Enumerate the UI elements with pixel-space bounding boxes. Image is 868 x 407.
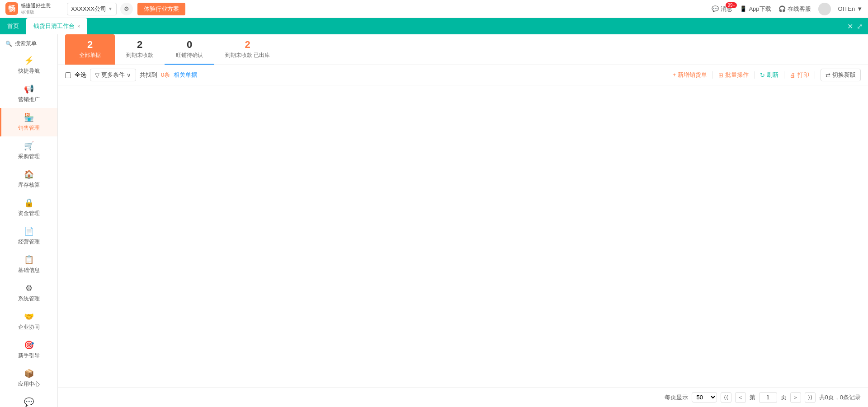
sidebar-item-guide[interactable]: 🎯 新手引导 <box>0 336 57 364</box>
sidebar-item-basic-info-label: 基础信息 <box>18 267 40 274</box>
purchase-icon: 🛒 <box>24 141 34 151</box>
refresh-icon: ↻ <box>760 72 765 79</box>
sidebar-item-sales[interactable]: 🏪 销售管理 <box>0 108 57 136</box>
filter-icon: ▽ <box>95 72 99 79</box>
top-bar-right: 💬 消息 99+ 📱 App下载 🎧 在线客服 OfTEn ▼ <box>712 3 863 15</box>
guide-icon: 🎯 <box>24 340 34 350</box>
found-count: 0条 <box>161 71 170 79</box>
app-center-icon: 📦 <box>24 369 34 379</box>
sidebar-item-basic-info[interactable]: 📋 基础信息 <box>0 250 57 279</box>
wechat-icon: 💬 <box>24 397 34 407</box>
stat-tab-pending[interactable]: 0 旺铺待确认 <box>165 34 214 65</box>
search-icon: 🔍 <box>5 41 12 47</box>
online-service-button[interactable]: 🎧 在线客服 <box>778 5 811 13</box>
sidebar-item-inventory[interactable]: 🏠 库存核算 <box>0 165 57 193</box>
total-label: 共0页，0条记录 <box>819 393 861 402</box>
related-link[interactable]: 相关单据 <box>174 71 197 79</box>
cooperation-icon: 🤝 <box>24 312 34 322</box>
company-selector[interactable]: XXXXXX公司 ▼ <box>67 3 117 15</box>
refresh-label: 刷新 <box>767 71 778 79</box>
finance-icon: 🔒 <box>24 198 34 208</box>
online-service-label: 在线客服 <box>788 5 811 13</box>
stat-label-all: 全部单据 <box>79 51 101 59</box>
tab-current[interactable]: 钱货日清工作台 × <box>26 18 87 34</box>
new-sales-order-button[interactable]: + 新增销货单 <box>673 71 707 79</box>
sidebar-item-sales-label: 销售管理 <box>18 124 40 132</box>
logo-text: 畅捷通好生意 <box>21 2 51 9</box>
refresh-button[interactable]: ↻ 刷新 <box>760 71 778 79</box>
sidebar-item-cooperation[interactable]: 🤝 企业协同 <box>0 307 57 336</box>
filter-arrow: ∨ <box>127 72 131 79</box>
sidebar-item-purchase-label: 采购管理 <box>18 153 40 160</box>
maximize-button[interactable]: ⤢ <box>857 22 863 31</box>
sidebar-item-guide-label: 新手引导 <box>18 352 40 360</box>
divider-4 <box>815 71 815 79</box>
first-page-button[interactable]: ⟨⟨ <box>721 392 731 403</box>
select-all-checkbox[interactable] <box>65 72 71 78</box>
batch-operation-button[interactable]: ⊞ 批量操作 <box>718 71 749 79</box>
page-number-input[interactable] <box>759 392 777 403</box>
sidebar-search-label: 搜索菜单 <box>15 40 37 47</box>
settings-button[interactable]: ⚙ <box>120 3 133 15</box>
sidebar-search[interactable]: 🔍 搜索菜单 <box>0 36 57 51</box>
switch-new-version-button[interactable]: ⇄ 切换新版 <box>821 69 861 81</box>
company-dropdown-arrow: ▼ <box>108 6 113 11</box>
username-button[interactable]: OfTEn ▼ <box>838 5 863 12</box>
stats-tabs: 2 全部单据 2 到期未收款 0 旺铺待确认 2 到期未收款 已出库 <box>58 34 868 65</box>
stat-num-pending: 0 <box>187 39 192 51</box>
last-page-button[interactable]: ⟩⟩ <box>805 392 816 403</box>
per-page-select[interactable]: 10 20 50 100 <box>692 392 717 402</box>
online-service-icon: 🎧 <box>778 5 786 12</box>
sidebar-item-system[interactable]: ⚙ 系统管理 <box>0 279 57 307</box>
stat-num-all: 2 <box>87 39 93 51</box>
stat-tab-overdue[interactable]: 2 到期未收款 <box>115 34 165 65</box>
stat-label-pending: 旺铺待确认 <box>176 51 203 59</box>
main-layout: 🔍 搜索菜单 ⚡ 快捷导航 📢 营销推广 🏪 销售管理 🛒 采购管理 🏠 库存核… <box>0 34 868 407</box>
prev-page-button[interactable]: ＜ <box>735 392 746 403</box>
sidebar-item-purchase[interactable]: 🛒 采购管理 <box>0 136 57 165</box>
quick-nav-icon: ⚡ <box>24 56 34 65</box>
toolbar: 全选 ▽ 更多条件 ∨ 共找到 0条 相关单据 + 新增销货单 ⊞ 批量操作 ↻… <box>58 65 868 85</box>
message-button[interactable]: 💬 消息 99+ <box>712 5 732 13</box>
print-button[interactable]: 🖨 打印 <box>790 71 809 79</box>
username-text: OfTEn <box>838 5 855 12</box>
print-icon: 🖨 <box>790 72 796 79</box>
logo-sub: 标准版 <box>21 9 51 15</box>
sidebar-item-system-label: 系统管理 <box>18 295 40 303</box>
sidebar-item-quick-nav[interactable]: ⚡ 快捷导航 <box>0 51 57 80</box>
page-suffix: 页 <box>781 393 787 402</box>
divider-1 <box>712 71 713 79</box>
app-download-button[interactable]: 📱 App下载 <box>740 5 771 13</box>
trial-button[interactable]: 体验行业方案 <box>137 3 185 15</box>
tab-current-label: 钱货日清工作台 <box>33 22 75 30</box>
marketing-icon: 📢 <box>24 84 34 94</box>
avatar[interactable] <box>818 3 831 15</box>
tab-home[interactable]: 首页 <box>0 18 26 34</box>
sidebar-item-wechat[interactable]: 💬 企业微信 <box>0 393 57 407</box>
sidebar-item-cooperation-label: 企业协同 <box>18 323 40 331</box>
divider-3 <box>784 71 784 79</box>
table-area <box>58 85 868 387</box>
next-page-button[interactable]: ＞ <box>790 392 801 403</box>
sidebar-item-app-center[interactable]: 📦 应用中心 <box>0 364 57 393</box>
tab-home-label: 首页 <box>7 22 19 30</box>
stat-tab-overdue-out[interactable]: 2 到期未收款 已出库 <box>214 34 281 65</box>
sidebar-item-marketing[interactable]: 📢 营销推广 <box>0 80 57 108</box>
system-icon: ⚙ <box>25 283 33 293</box>
sidebar-item-finance[interactable]: 🔒 资金管理 <box>0 193 57 222</box>
batch-label: 批量操作 <box>725 71 749 79</box>
stat-num-overdue-out: 2 <box>245 39 250 51</box>
stat-label-overdue-out: 到期未收款 已出库 <box>225 51 270 59</box>
stat-tab-all[interactable]: 2 全部单据 <box>65 34 115 65</box>
divider-2 <box>754 71 755 79</box>
sidebar-item-quick-nav-label: 快捷导航 <box>18 67 40 75</box>
sidebar: 🔍 搜索菜单 ⚡ 快捷导航 📢 营销推广 🏪 销售管理 🛒 采购管理 🏠 库存核… <box>0 34 58 407</box>
sidebar-item-operations[interactable]: 📄 经营管理 <box>0 222 57 250</box>
tab-close-icon[interactable]: × <box>77 23 80 29</box>
sidebar-item-operations-label: 经营管理 <box>18 238 40 246</box>
username-arrow: ▼ <box>857 5 863 12</box>
minimize-button[interactable]: ✕ <box>847 22 853 31</box>
batch-icon: ⊞ <box>718 72 723 79</box>
filter-label: 更多条件 <box>101 71 125 79</box>
filter-button[interactable]: ▽ 更多条件 ∨ <box>90 69 136 81</box>
